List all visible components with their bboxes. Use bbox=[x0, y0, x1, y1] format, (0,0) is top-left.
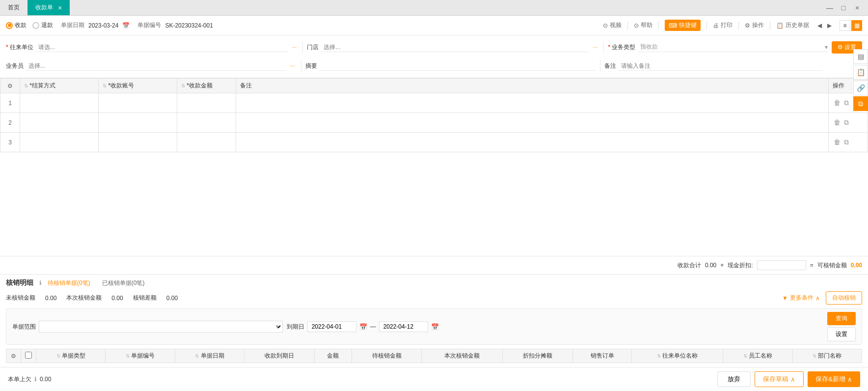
row-account-3[interactable] bbox=[99, 133, 177, 152]
calendar-to-icon[interactable]: 📅 bbox=[431, 323, 439, 331]
divider4 bbox=[738, 22, 739, 29]
row-amount-2[interactable] bbox=[177, 113, 236, 133]
row-settle-2[interactable] bbox=[20, 113, 99, 133]
detail-table-wrapper: ⚙ ⇅ 单据类型 ⇅ 单据编号 bbox=[6, 349, 862, 363]
row-account-2[interactable] bbox=[99, 113, 177, 133]
discount-input[interactable] bbox=[757, 260, 806, 270]
date-from-input[interactable] bbox=[307, 321, 356, 332]
info-icon[interactable]: ℹ bbox=[34, 376, 37, 383]
row-remarks-3[interactable] bbox=[236, 133, 829, 152]
col-current-header: 本次核销金额 bbox=[422, 349, 503, 363]
shortcut-icon: ⌨ bbox=[669, 22, 677, 29]
video-button[interactable]: ⊙ 视频 bbox=[603, 21, 622, 29]
detail-table-settings-icon[interactable]: ⚙ bbox=[11, 353, 16, 360]
doc-no-value: SK-20230324-001 bbox=[165, 22, 213, 29]
query-button[interactable]: 查询 bbox=[827, 312, 856, 325]
grid-view-button[interactable]: ▦ bbox=[851, 20, 862, 31]
done-tab[interactable]: 已核销单据(0笔) bbox=[102, 279, 145, 287]
row-settle-3[interactable] bbox=[20, 133, 99, 152]
row-settle-1[interactable] bbox=[20, 93, 99, 113]
tab-receipt[interactable]: 收款单 × bbox=[27, 0, 70, 15]
save-new-button[interactable]: 保存&新增 ∧ bbox=[808, 371, 860, 387]
salesperson-input[interactable] bbox=[26, 61, 286, 71]
next-arrow[interactable]: ▶ bbox=[825, 21, 834, 30]
sidebar-icon-4[interactable]: ⧉ bbox=[853, 96, 868, 111]
col-date-header: ⇅ 单据日期 bbox=[175, 349, 244, 363]
close-icon[interactable]: × bbox=[58, 4, 62, 12]
save-draft-button[interactable]: 保存草稿 ∧ bbox=[755, 371, 804, 387]
history-button[interactable]: 📋 历史单据 bbox=[776, 21, 809, 29]
equals-sign: = bbox=[810, 262, 814, 269]
list-view-button[interactable]: ≡ bbox=[840, 20, 850, 31]
receipt-label: 收款单 bbox=[35, 3, 53, 12]
calendar-icon[interactable]: 📅 bbox=[122, 22, 130, 29]
writeoff-info-icon[interactable]: ℹ bbox=[39, 279, 42, 286]
writeoff-header: 核销明细 ℹ 待核销单据(0笔) 已核销单据(0笔) bbox=[6, 279, 862, 287]
divider bbox=[600, 60, 600, 72]
nav-arrows: ◀ ▶ bbox=[815, 21, 834, 30]
tab-home[interactable]: 首页 bbox=[0, 0, 27, 15]
counterpart-input[interactable] bbox=[35, 43, 288, 52]
delete-icon-1[interactable]: 🗑 bbox=[834, 99, 841, 107]
row-amount-1[interactable] bbox=[177, 93, 236, 113]
filter-buttons: 查询 设置 bbox=[827, 312, 856, 341]
due-date-field: 到期日 📅 — 📅 bbox=[287, 321, 819, 332]
radio-refund[interactable]: 退款 bbox=[32, 21, 53, 29]
history-icon: 📋 bbox=[776, 22, 784, 29]
minimize-button[interactable]: — bbox=[825, 3, 835, 13]
radio-receipt[interactable]: 收款 bbox=[6, 21, 27, 29]
counterpart-more-icon[interactable]: ··· bbox=[290, 44, 298, 51]
sidebar-icon-3[interactable]: 🔗 bbox=[853, 81, 868, 95]
writeoff-settings-button[interactable]: 设置 bbox=[827, 327, 856, 341]
store-input[interactable] bbox=[321, 43, 589, 52]
row-amount-3[interactable] bbox=[177, 133, 236, 152]
delete-icon-2[interactable]: 🗑 bbox=[834, 118, 841, 126]
doc-no-label: 单据编号 bbox=[137, 21, 161, 29]
row-no-2: 2 bbox=[0, 113, 20, 133]
calendar-from-icon[interactable]: 📅 bbox=[359, 323, 367, 331]
copy-icon-3[interactable]: ⧉ bbox=[844, 138, 849, 146]
col-account-header: ⇅ *收款账号 bbox=[99, 79, 177, 93]
maximize-button[interactable]: □ bbox=[839, 3, 848, 13]
select-all-checkbox[interactable] bbox=[25, 352, 32, 359]
biz-type-label: 业务类型 bbox=[608, 43, 635, 52]
summary-input[interactable] bbox=[319, 61, 597, 71]
receipt-table: ⚙ ⇅ *结算方式 ⇅ *收款账号 ⇅ *收款金额 备注 bbox=[0, 78, 868, 152]
summary-row: 收款合计 0.00 + 现金折扣: = 可核销金额 0.00 bbox=[0, 256, 868, 275]
date-to-input[interactable] bbox=[379, 321, 428, 332]
form-section: 往来单位 ··· 门店 ··· 业务类型 ▾ ⚙ bbox=[0, 35, 868, 78]
prev-arrow[interactable]: ◀ bbox=[815, 21, 824, 30]
writeoff-filter-actions: ▼ 更多条件 ∧ 自动核销 bbox=[782, 291, 862, 305]
delete-icon-3[interactable]: 🗑 bbox=[834, 138, 841, 146]
help-button[interactable]: ⊙ 帮助 bbox=[634, 21, 652, 29]
pending-tab[interactable]: 待核销单据(0笔) bbox=[48, 279, 90, 287]
salesperson-field: 业务员 ··· bbox=[6, 61, 297, 71]
shortcut-button[interactable]: ⌨ 快捷键 bbox=[665, 20, 701, 31]
abandon-button[interactable]: 放弃 bbox=[717, 371, 751, 387]
copy-icon-1[interactable]: ⧉ bbox=[844, 99, 849, 107]
remarks-label: 备注 bbox=[604, 62, 616, 70]
salesperson-more-icon[interactable]: ··· bbox=[288, 62, 297, 69]
copy-icon-2[interactable]: ⧉ bbox=[844, 118, 849, 126]
row-remarks-1[interactable] bbox=[236, 93, 829, 113]
table-settings-icon[interactable]: ⚙ bbox=[7, 83, 13, 89]
remarks-input[interactable] bbox=[618, 61, 823, 71]
unverified-value: 0.00 bbox=[45, 295, 56, 302]
more-filter-button[interactable]: ▼ 更多条件 ∧ bbox=[782, 294, 820, 302]
store-label: 门店 bbox=[307, 43, 319, 52]
ops-button[interactable]: ⚙ 操作 bbox=[745, 21, 764, 29]
range-select[interactable] bbox=[39, 321, 283, 333]
right-sidebar: ▤ 📋 🔗 ⧉ bbox=[853, 49, 868, 111]
date-separator: — bbox=[370, 323, 376, 330]
table-row: 2 🗑 ⧉ bbox=[0, 113, 868, 133]
close-button[interactable]: × bbox=[852, 3, 862, 13]
sidebar-icon-1[interactable]: ▤ bbox=[853, 49, 868, 64]
row-remarks-2[interactable] bbox=[236, 113, 829, 133]
print-button[interactable]: 🖨 打印 bbox=[713, 21, 732, 29]
row-account-1[interactable] bbox=[99, 93, 177, 113]
biz-type-input[interactable] bbox=[637, 43, 827, 52]
sidebar-icon-2[interactable]: 📋 bbox=[853, 65, 868, 80]
store-more-icon[interactable]: ··· bbox=[591, 44, 599, 51]
auto-writeoff-button[interactable]: 自动核销 bbox=[826, 291, 862, 305]
counterpart-field: 往来单位 ··· bbox=[6, 43, 298, 52]
